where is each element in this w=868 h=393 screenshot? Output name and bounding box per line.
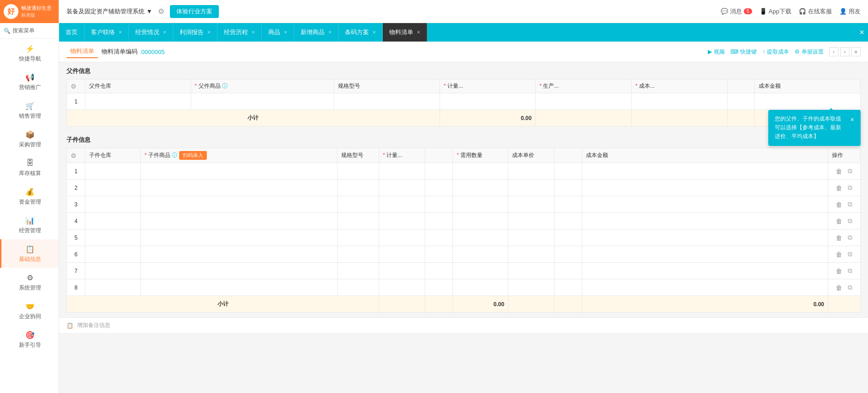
sidebar-item-operations[interactable]: 📊 经营管理 [0, 211, 59, 239]
child-row-7-qty-unit[interactable] [379, 263, 425, 279]
tab-history-close[interactable]: × [252, 29, 255, 36]
child-row-1-cost-price[interactable] [508, 163, 555, 180]
child-row-3-product[interactable] [141, 196, 338, 213]
child-row-3-warehouse[interactable] [85, 196, 141, 213]
child-row-7-delete[interactable]: 🗑 [834, 266, 844, 276]
breadcrumb-tab-bom[interactable]: 物料清单 [66, 45, 98, 58]
child-row-8-product[interactable] [141, 279, 338, 296]
parent-cell-warehouse[interactable] [85, 93, 191, 110]
child-row-2-delete[interactable]: 🗑 [834, 183, 844, 193]
child-row-2-copy[interactable]: ⧉ [845, 183, 855, 193]
tab-home[interactable]: 首页 [59, 23, 84, 42]
sidebar-item-sales[interactable]: 🛒 销售管理 [0, 96, 59, 125]
child-row-6-needed[interactable] [453, 246, 508, 263]
parent-gear-icon[interactable]: ⚙ [71, 83, 77, 90]
child-row-7-product[interactable] [141, 263, 338, 279]
system-title[interactable]: 装备及固定资产辅助管理系统 ▼ [66, 7, 152, 16]
child-row-1-copy[interactable]: ⧉ [845, 167, 855, 176]
tab-goods-close[interactable]: × [284, 29, 287, 36]
user-item[interactable]: 👤 用友 [839, 7, 861, 16]
child-row-6-warehouse[interactable] [85, 246, 141, 263]
sidebar-item-marketing[interactable]: 📢 营销推广 [0, 67, 59, 96]
tab-operations-close[interactable]: × [163, 29, 166, 36]
extract-cost-action[interactable]: ↑ 提取成本 [762, 48, 789, 56]
parent-cell-cost[interactable] [631, 93, 727, 110]
child-row-5-cost-price[interactable] [508, 230, 555, 246]
child-row-4-copy[interactable]: ⧉ [845, 217, 855, 226]
tab-customer-close[interactable]: × [119, 29, 122, 36]
child-row-5-product[interactable] [141, 230, 338, 246]
parent-cell-prod[interactable] [536, 93, 632, 110]
sidebar-item-basic-info[interactable]: 📋 基础信息 [0, 239, 59, 268]
child-row-8-spec[interactable] [338, 279, 379, 296]
single-settings-action[interactable]: ⚙ 单据设置 [795, 48, 824, 56]
experience-btn[interactable]: 体验行业方案 [170, 5, 219, 18]
sidebar-search[interactable]: 🔍 搜索菜单 [0, 23, 59, 39]
child-row-5-qty-unit[interactable] [379, 230, 425, 246]
child-row-3-qty-unit[interactable] [379, 196, 425, 213]
tab-profit-close[interactable]: × [207, 29, 211, 36]
child-row-1-needed[interactable] [453, 163, 508, 180]
online-service-item[interactable]: 🎧 在线客服 [799, 7, 832, 16]
tab-new-goods[interactable]: 新增商品 × [294, 23, 338, 42]
child-row-8-warehouse[interactable] [85, 279, 141, 296]
child-row-6-spec[interactable] [338, 246, 379, 263]
list-view-icon[interactable]: ≡ [851, 47, 861, 56]
child-row-8-delete[interactable]: 🗑 [834, 283, 844, 292]
child-row-6-qty-unit[interactable] [379, 246, 425, 263]
child-row-4-qty-unit[interactable] [379, 213, 425, 230]
child-row-7-copy[interactable]: ⧉ [845, 266, 855, 276]
parent-cell-spec[interactable] [334, 93, 440, 110]
sidebar-item-purchase[interactable]: 📦 采购管理 [0, 125, 59, 153]
child-row-2-cost-price[interactable] [508, 180, 555, 196]
child-gear-icon[interactable]: ⚙ [71, 152, 77, 159]
child-row-2-product[interactable] [141, 180, 338, 196]
child-row-1-delete[interactable]: 🗑 [834, 167, 844, 176]
tooltip-close[interactable]: × [850, 115, 854, 125]
parent-cell-product[interactable] [191, 93, 334, 110]
child-row-4-delete[interactable]: 🗑 [834, 217, 844, 226]
child-row-6-product[interactable] [141, 246, 338, 263]
parent-cell-qty[interactable] [440, 93, 536, 110]
video-action[interactable]: ▶ 视频 [708, 48, 725, 56]
child-row-1-product[interactable] [141, 163, 338, 180]
tab-profit[interactable]: 利润报告 × [173, 23, 217, 42]
app-download-item[interactable]: 📱 App下载 [760, 7, 791, 16]
tab-new-goods-close[interactable]: × [328, 29, 332, 36]
child-row-5-warehouse[interactable] [85, 230, 141, 246]
child-row-1-spec[interactable] [338, 163, 379, 180]
settings-icon[interactable]: ⚙ [158, 7, 164, 16]
child-row-3-cost-price[interactable] [508, 196, 555, 213]
child-row-5-spec[interactable] [338, 230, 379, 246]
child-row-8-qty-unit[interactable] [379, 279, 425, 296]
tab-operations[interactable]: 经营情况 × [129, 23, 173, 42]
child-row-8-cost-price[interactable] [508, 279, 555, 296]
tab-close-all[interactable]: × [859, 28, 864, 37]
child-row-4-spec[interactable] [338, 213, 379, 230]
child-row-1-warehouse[interactable] [85, 163, 141, 180]
tab-barcode-close[interactable]: × [373, 29, 376, 36]
child-row-3-delete[interactable]: 🗑 [834, 200, 844, 209]
shortcut-action[interactable]: ⌨ 快捷键 [730, 48, 757, 56]
messages-item[interactable]: 💬 消息 5 [721, 7, 752, 16]
child-row-8-copy[interactable]: ⧉ [845, 283, 855, 292]
child-row-7-warehouse[interactable] [85, 263, 141, 279]
tab-goods[interactable]: 商品 × [262, 23, 294, 42]
child-row-4-cost-price[interactable] [508, 213, 555, 230]
child-row-8-needed[interactable] [453, 279, 508, 296]
sidebar-item-collab[interactable]: 🤝 企业协同 [0, 296, 59, 325]
child-row-7-needed[interactable] [453, 263, 508, 279]
child-row-7-cost-price[interactable] [508, 263, 555, 279]
child-row-5-delete[interactable]: 🗑 [834, 233, 844, 242]
child-row-3-needed[interactable] [453, 196, 508, 213]
child-row-2-spec[interactable] [338, 180, 379, 196]
child-row-6-copy[interactable]: ⧉ [845, 250, 855, 259]
child-row-2-needed[interactable] [453, 180, 508, 196]
tab-customer[interactable]: 客户联络 × [84, 23, 129, 42]
sidebar-item-finance[interactable]: 💰 资金管理 [0, 182, 59, 211]
tab-history[interactable]: 经营历程 × [217, 23, 262, 42]
child-row-4-warehouse[interactable] [85, 213, 141, 230]
child-row-4-product[interactable] [141, 213, 338, 230]
prev-arrow[interactable]: ‹ [829, 47, 838, 56]
child-row-5-needed[interactable] [453, 230, 508, 246]
